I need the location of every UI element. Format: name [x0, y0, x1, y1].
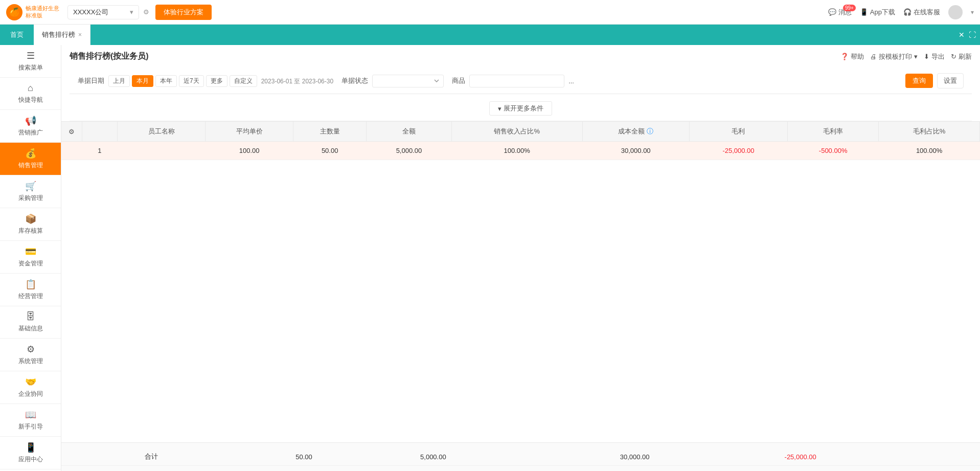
header-actions: ❓ 帮助 🖨 按模板打印 ▾ ⬇ 导出 ↻ 刷新 [840, 52, 972, 61]
sidebar-item-system[interactable]: ⚙ 系统管理 [0, 339, 61, 371]
cell-settings [61, 142, 82, 160]
sidebar-item-quick-nav[interactable]: ⌂ 快捷导航 [0, 78, 61, 110]
cost-info-icon[interactable]: ⓘ [647, 127, 653, 135]
sidebar-item-search-order[interactable]: ☰ 搜索菜单 [0, 45, 61, 78]
user-name: ▾ [971, 9, 974, 16]
query-button[interactable]: 查询 [905, 74, 933, 88]
operations-icon: 📋 [25, 279, 36, 290]
company-name: XXXXX公司 [73, 8, 108, 17]
inventory-icon: 📦 [25, 213, 36, 225]
top-bar: 🍊 畅康通好生意 标准版 XXXXX公司 ▾ ⚙ 体验行业方案 💬 消息 99+… [0, 0, 980, 25]
maximize-icon[interactable]: ⛶ [969, 31, 976, 39]
print-button[interactable]: 🖨 按模板打印 ▾ [870, 52, 918, 61]
footer-total-label: 合计 [102, 448, 201, 466]
footer-table: 合计 50.00 5,000.00 30,000.00 -25,000.00 [61, 448, 980, 466]
message-badge: 99+ [843, 5, 856, 11]
sales-ranking-table: ⚙ 员工名称 平均单价 主数量 全额 销售收入占比% 成本全额 ⓘ 毛利 毛利率… [61, 122, 980, 160]
sidebar-label: 系统管理 [18, 357, 43, 366]
sidebar: ☰ 搜索菜单 ⌂ 快捷导航 📢 营销推广 💰 销售管理 🛒 采购管理 📦 库存核… [0, 45, 61, 471]
col-settings[interactable]: ⚙ [61, 122, 82, 142]
cell-rank: 1 [82, 142, 118, 160]
sidebar-item-marketing[interactable]: 📢 营销推广 [0, 110, 61, 143]
goods-filter-label: 商品 [452, 76, 465, 85]
date-btn-last-month[interactable]: 上月 [108, 75, 130, 87]
app-center-icon: 📱 [25, 442, 36, 453]
date-btn-this-month[interactable]: 本月 [132, 75, 153, 87]
tab-bar: 首页 销售排行榜 × ✕ ⛶ [0, 25, 980, 45]
tab-home[interactable]: 首页 [0, 25, 34, 45]
company-selector[interactable]: XXXXX公司 ▾ [67, 5, 139, 19]
sidebar-label: 资金管理 [18, 259, 43, 268]
sidebar-label: 经营管理 [18, 292, 43, 301]
sidebar-item-guide[interactable]: 📖 新手引导 [0, 404, 61, 437]
tab-sales-ranking[interactable]: 销售排行榜 × [34, 25, 90, 45]
footer-rank-cell [82, 448, 102, 466]
message-button[interactable]: 💬 消息 99+ [828, 8, 852, 17]
refresh-button[interactable]: ↻ 刷新 [951, 52, 972, 61]
tab-bar-right: ✕ ⛶ [959, 31, 980, 39]
sidebar-item-purchase[interactable]: 🛒 采购管理 [0, 175, 61, 208]
sidebar-label: 销售管理 [18, 161, 43, 170]
date-btn-this-year[interactable]: 本年 [155, 75, 177, 87]
close-window-icon[interactable]: ✕ [959, 31, 965, 39]
purchase-icon: 🛒 [25, 181, 36, 192]
sidebar-label: 新手引导 [18, 422, 43, 431]
footer-settings-cell [61, 448, 82, 466]
goods-input[interactable] [469, 75, 564, 87]
print-dropdown-icon: ▾ [914, 53, 918, 60]
date-btn-7days[interactable]: 近7天 [179, 75, 204, 87]
help-icon: ❓ [840, 53, 849, 60]
sidebar-item-collab[interactable]: 🤝 企业协同 [0, 371, 61, 404]
app-download-button[interactable]: 📱 App下载 [860, 8, 895, 17]
date-btn-custom[interactable]: 自定义 [230, 75, 257, 87]
expand-label: 展开更多条件 [504, 104, 543, 113]
cell-avg-price: 100.00 [206, 142, 293, 160]
sidebar-item-finance[interactable]: 💳 资金管理 [0, 241, 61, 274]
footer-quantity: 50.00 [248, 448, 359, 466]
date-btn-group: 上月 本月 本年 近7天 更多 自定义 [108, 75, 257, 87]
status-filter-label: 单据状态 [341, 76, 368, 85]
user-avatar[interactable] [948, 5, 963, 19]
col-rank [82, 122, 118, 142]
page-title-row: 销售排行榜(按业务员) ❓ 帮助 🖨 按模板打印 ▾ ⬇ 导出 [70, 51, 972, 62]
more-filters-btn[interactable]: ... [568, 77, 574, 85]
top-right-area: 💬 消息 99+ 📱 App下载 🎧 在线客服 ▾ [828, 5, 974, 19]
sidebar-item-inventory[interactable]: 📦 库存核算 [0, 208, 61, 241]
help-button[interactable]: ❓ 帮助 [840, 52, 864, 61]
footer-profit-rate [885, 448, 933, 466]
online-service-label: 在线客服 [914, 8, 940, 17]
sidebar-item-basic-info[interactable]: 🗄 基础信息 [0, 306, 61, 339]
cell-amount: 5,000.00 [367, 142, 452, 160]
cell-quantity: 50.00 [293, 142, 367, 160]
date-btn-more[interactable]: 更多 [206, 75, 227, 87]
online-service-button[interactable]: 🎧 在线客服 [903, 8, 940, 17]
system-icon: ⚙ [27, 344, 35, 355]
sidebar-label: 搜索菜单 [18, 63, 43, 72]
column-settings-icon[interactable]: ⚙ [69, 128, 75, 136]
col-avg-price: 平均单价 [206, 122, 293, 142]
col-profit-rate: 毛利率 [788, 122, 879, 142]
trial-button[interactable]: 体验行业方案 [155, 5, 212, 20]
main-layout: ☰ 搜索菜单 ⌂ 快捷导航 📢 营销推广 💰 销售管理 🛒 采购管理 📦 库存核… [0, 45, 980, 471]
print-icon: 🖨 [870, 53, 877, 60]
filter-bar: 单据日期 上月 本月 本年 近7天 更多 自定义 2023-06-01 至 20… [70, 68, 972, 94]
footer-profit-ratio [932, 448, 980, 466]
col-sales-ratio: 销售收入占比% [451, 122, 582, 142]
sidebar-item-operations[interactable]: 📋 经营管理 [0, 274, 61, 306]
data-table-area: ⚙ 员工名称 平均单价 主数量 全额 销售收入占比% 成本全额 ⓘ 毛利 毛利率… [61, 122, 980, 442]
expand-conditions-button[interactable]: ▾ 展开更多条件 [489, 101, 552, 116]
company-settings-icon[interactable]: ⚙ [141, 6, 151, 18]
page-header: 销售排行榜(按业务员) ❓ 帮助 🖨 按模板打印 ▾ ⬇ 导出 [61, 45, 980, 122]
export-button[interactable]: ⬇ 导出 [924, 52, 945, 61]
finance-icon: 💳 [25, 246, 36, 257]
sidebar-item-app-center[interactable]: 📱 应用中心 [0, 437, 61, 469]
chevron-down-icon: ▾ [498, 105, 502, 113]
tab-close-icon[interactable]: × [78, 31, 82, 38]
sidebar-item-sales-mgmt[interactable]: 💰 销售管理 [0, 143, 61, 175]
sales-icon: 💰 [25, 148, 36, 159]
footer-avg-price [201, 448, 248, 466]
cell-profit: -25,000.00 [689, 142, 787, 160]
status-select[interactable] [372, 75, 444, 87]
settings-button[interactable]: 设置 [937, 73, 964, 88]
chevron-down-icon: ▾ [130, 8, 133, 16]
